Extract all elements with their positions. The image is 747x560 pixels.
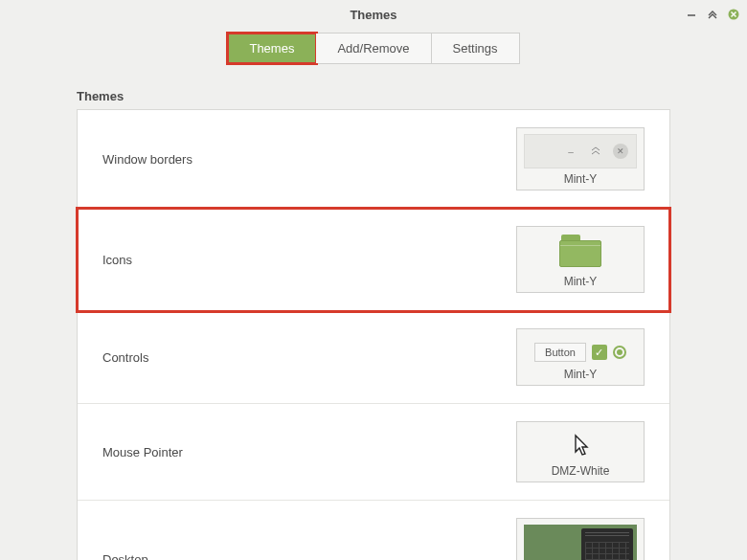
preview-radio-icon	[613, 346, 626, 359]
row-icons: Icons Mint-Y	[78, 209, 669, 311]
desktop-preview	[524, 525, 637, 560]
selector-controls[interactable]: Button ✓ Mint-Y	[516, 328, 645, 386]
tabbar: Themes Add/Remove Settings	[0, 29, 747, 74]
window-borders-preview	[524, 134, 637, 168]
themes-panel: Window borders Mint-Y Icons Mint-Y	[77, 109, 670, 560]
row-label-controls: Controls	[102, 350, 148, 365]
tab-add-remove[interactable]: Add/Remove	[316, 34, 431, 63]
selector-mouse-pointer-value: DMZ-White	[552, 464, 610, 478]
window-controls	[686, 9, 739, 20]
tab-themes[interactable]: Themes	[228, 34, 316, 63]
tab-settings[interactable]: Settings	[432, 34, 519, 63]
selector-icons-value: Mint-Y	[564, 275, 598, 288]
titlebar: Themes	[0, 0, 747, 29]
content: Themes Window borders Mint-Y Icons	[0, 74, 747, 560]
cursor-icon	[571, 434, 590, 459]
preview-checkbox-icon: ✓	[592, 345, 607, 360]
minimize-button[interactable]	[686, 9, 697, 20]
selector-mouse-pointer[interactable]: DMZ-White	[516, 421, 645, 482]
row-label-desktop: Desktop	[102, 552, 148, 561]
controls-preview: Button ✓	[534, 343, 626, 362]
row-desktop: Desktop Mint-Y-Dark	[78, 501, 669, 560]
row-controls: Controls Button ✓ Mint-Y	[78, 311, 669, 404]
row-mouse-pointer: Mouse Pointer DMZ-White	[78, 404, 669, 501]
folder-icon	[557, 235, 603, 269]
selector-icons[interactable]: Mint-Y	[516, 226, 645, 293]
preview-minimize-icon	[563, 144, 578, 159]
preview-maximize-icon	[588, 144, 603, 159]
selector-controls-value: Mint-Y	[564, 368, 598, 381]
maximize-button[interactable]	[707, 9, 718, 20]
selector-window-borders[interactable]: Mint-Y	[516, 127, 645, 190]
section-heading: Themes	[77, 89, 670, 103]
window-title: Themes	[350, 8, 396, 22]
preview-button: Button	[534, 343, 586, 362]
selector-desktop[interactable]: Mint-Y-Dark	[516, 518, 645, 560]
preview-close-icon	[613, 144, 628, 159]
close-button[interactable]	[728, 9, 739, 20]
row-label-icons: Icons	[102, 253, 132, 267]
row-label-window-borders: Window borders	[102, 152, 192, 167]
row-window-borders: Window borders Mint-Y	[78, 110, 669, 209]
row-label-mouse-pointer: Mouse Pointer	[102, 445, 183, 459]
selector-window-borders-value: Mint-Y	[564, 172, 598, 186]
